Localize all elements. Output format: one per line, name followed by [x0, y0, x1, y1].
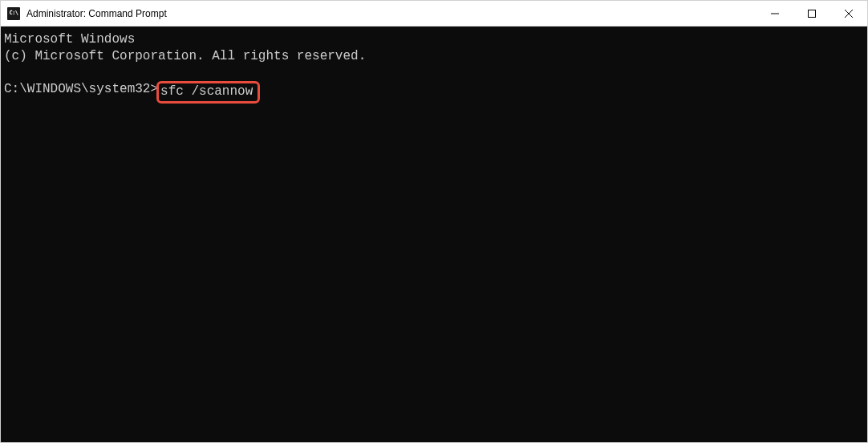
maximize-icon	[808, 10, 816, 18]
command-highlight: sfc /scannow	[156, 81, 260, 104]
prompt-path: C:\WINDOWS\system32>	[4, 81, 158, 98]
blank-line	[4, 65, 864, 81]
maximize-button[interactable]	[793, 1, 830, 26]
command-text: sfc /scannow	[160, 84, 253, 99]
titlebar[interactable]: C:\ Administrator: Command Prompt	[1, 1, 867, 26]
close-icon	[845, 10, 853, 18]
svg-rect-1	[809, 10, 816, 18]
command-prompt-window: C:\ Administrator: Command Prompt	[0, 0, 868, 443]
terminal-output-line: (c) Microsoft Corporation. All rights re…	[4, 48, 864, 65]
terminal-output-line: Microsoft Windows	[4, 31, 864, 48]
window-title: Administrator: Command Prompt	[26, 8, 167, 19]
window-controls	[756, 1, 867, 26]
cmd-icon: C:\	[7, 7, 20, 20]
prompt-line: C:\WINDOWS\system32>sfc /scannow	[4, 81, 864, 104]
terminal-area[interactable]: Microsoft Windows (c) Microsoft Corporat…	[1, 26, 867, 442]
close-button[interactable]	[830, 1, 867, 26]
minimize-button[interactable]	[756, 1, 793, 26]
titlebar-left: C:\ Administrator: Command Prompt	[7, 7, 167, 20]
cmd-icon-glyph: C:\	[9, 10, 18, 16]
minimize-icon	[771, 10, 779, 18]
